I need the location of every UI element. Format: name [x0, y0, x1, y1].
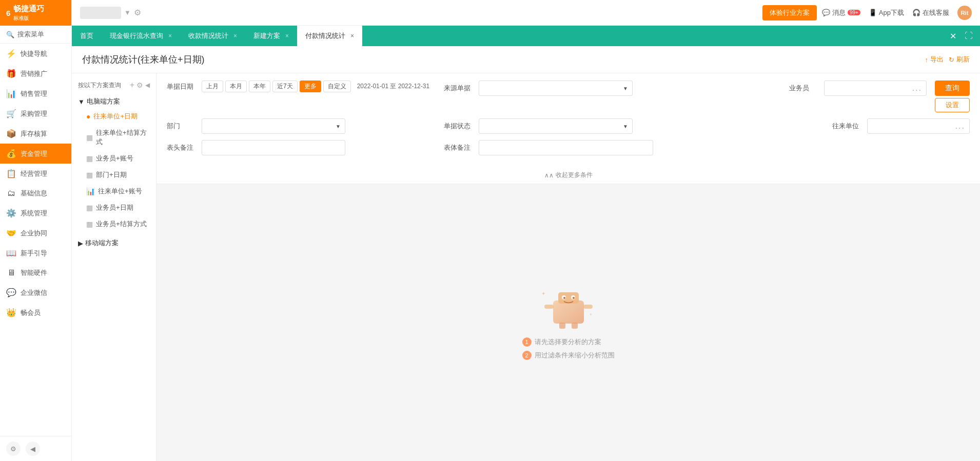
- svg-rect-7: [583, 305, 593, 309]
- tab-home[interactable]: 首页: [72, 26, 102, 46]
- date-btn-this-month[interactable]: 本月: [225, 81, 247, 92]
- tab-right-buttons: ✕ ⛶: [947, 30, 980, 42]
- scheme-item-unit-account[interactable]: 📊 往来单位+账号: [72, 183, 156, 199]
- date-btn-more[interactable]: 更多: [300, 81, 321, 92]
- scheme-label-unit-date: 往来单位+日期: [93, 112, 138, 121]
- scheme-item-unit-settle[interactable]: ▦ 往来单位+结算方式: [72, 125, 156, 150]
- dropdown-arrow[interactable]: ▼: [124, 9, 131, 16]
- sidebar-item-operations[interactable]: 📋 经营管理: [0, 164, 71, 184]
- scheme-item-unit-date[interactable]: ● 往来单位+日期: [72, 108, 156, 125]
- scheme-item-staff-account[interactable]: ▦ 业务员+账号: [72, 150, 156, 167]
- sidebar-collapse-btn[interactable]: ◀: [26, 442, 40, 456]
- salesperson-label: 业务员: [789, 84, 820, 93]
- sidebar-item-quick-nav[interactable]: ⚡ 快捷导航: [0, 44, 71, 64]
- scheme-label-staff-date: 业务员+日期: [96, 203, 133, 212]
- scheme-label-dept-date: 部门+日期: [96, 170, 127, 179]
- dept-select[interactable]: ▼: [202, 118, 345, 134]
- voucher-status-select[interactable]: ▼: [479, 118, 633, 134]
- partner-label: 往来单位: [832, 122, 863, 131]
- wechat-icon: 💬: [6, 288, 16, 297]
- sidebar-item-member[interactable]: 👑 畅会员: [0, 303, 71, 323]
- partner-select[interactable]: ...: [867, 118, 970, 134]
- sidebar-item-basic-info[interactable]: 🗂 基础信息: [0, 184, 71, 203]
- filter-settings-btn[interactable]: 设置: [935, 98, 970, 112]
- scheme-icon-staff-settle: ▦: [86, 220, 93, 228]
- avatar[interactable]: Rit: [957, 6, 972, 20]
- tab-bank-flow[interactable]: 现金银行流水查询 ×: [102, 26, 180, 46]
- tip-num-2: 2: [522, 351, 532, 360]
- online-service-btn[interactable]: 🎧 在线客服: [912, 8, 949, 17]
- sidebar-item-guide[interactable]: 📖 新手引导: [0, 243, 71, 263]
- sidebar-label-hardware: 智能硬件: [21, 268, 47, 277]
- date-btn-last-month[interactable]: 上月: [202, 81, 223, 92]
- pc-group: ▼ 电脑端方案: [72, 95, 156, 108]
- date-btn-last-7[interactable]: 近7天: [272, 81, 298, 92]
- query-btn[interactable]: 查询: [935, 81, 970, 96]
- scheme-settings-btn[interactable]: ⚙: [136, 81, 143, 89]
- sidebar-label-capital: 资金管理: [21, 149, 47, 158]
- filter-main: 单据日期 上月 本月 本年 近7天 更多 自定义 2022-01-01 至 20…: [156, 73, 980, 134]
- tab-close-all-btn[interactable]: ✕: [947, 30, 959, 42]
- main-area: ▼ ⚙ 体验行业方案 💬 消息 99+ 📱 App下载 🎧 在线客服 Rit: [72, 0, 980, 461]
- body-note-label: 表体备注: [444, 143, 475, 152]
- tab-new-plan-close[interactable]: ×: [285, 32, 289, 39]
- scheme-icon-unit-settle: ▦: [86, 133, 93, 142]
- try-industry-btn[interactable]: 体验行业方案: [762, 5, 817, 21]
- sidebar-item-wechat[interactable]: 💬 企业微信: [0, 283, 71, 303]
- sidebar-label-enterprise: 企业协同: [21, 229, 47, 238]
- purchase-icon: 🛒: [6, 109, 16, 118]
- empty-illustration: ✦ ✦: [540, 285, 597, 331]
- page-header-actions: ↑ 导出 ↻ 刷新: [925, 55, 970, 64]
- mobile-group: ▶ 移动端方案: [72, 236, 156, 250]
- logo-text: 畅捷通巧: [13, 4, 44, 14]
- scheme-item-dept-date[interactable]: ▦ 部门+日期: [72, 167, 156, 183]
- sidebar-item-marketing[interactable]: 🎁 营销推广: [0, 64, 71, 84]
- tab-receivable[interactable]: 收款情况统计 ×: [180, 26, 245, 46]
- svg-rect-9: [572, 323, 578, 329]
- settings-gear-icon[interactable]: ⚙: [134, 8, 141, 17]
- tab-fullscreen-btn[interactable]: ⛶: [962, 30, 976, 42]
- collapse-bar[interactable]: ∧∧ 收起更多条件: [156, 167, 980, 184]
- scheme-item-staff-date[interactable]: ▦ 业务员+日期: [72, 199, 156, 216]
- voucher-status-label: 单据状态: [444, 122, 475, 131]
- tab-bank-flow-close[interactable]: ×: [168, 32, 172, 39]
- sidebar-settings-btn[interactable]: ⚙: [6, 442, 21, 456]
- tip-item-2: 2 用过滤条件来缩小分析范围: [522, 351, 615, 360]
- tab-payment-stat[interactable]: 付款情况统计 ×: [297, 26, 362, 46]
- message-btn[interactable]: 💬 消息 99+: [822, 8, 860, 17]
- sidebar-item-system[interactable]: ⚙️ 系统管理: [0, 203, 71, 223]
- tab-new-plan[interactable]: 新建方案 ×: [245, 26, 297, 46]
- app-download-btn[interactable]: 📱 App下载: [869, 8, 904, 17]
- source-select[interactable]: ▼: [479, 81, 633, 96]
- search-menu[interactable]: 🔍 搜索菜单: [0, 26, 71, 44]
- sidebar-item-inventory[interactable]: 📦 库存核算: [0, 124, 71, 144]
- date-btn-this-year[interactable]: 本年: [249, 81, 270, 92]
- scheme-item-staff-settle[interactable]: ▦ 业务员+结算方式: [72, 216, 156, 232]
- sidebar-item-hardware[interactable]: 🖥 智能硬件: [0, 263, 71, 283]
- mobile-group-label-row: ▶ 移动端方案: [72, 236, 156, 250]
- body-note-input[interactable]: [479, 140, 653, 155]
- app-download-label: App下载: [879, 8, 904, 17]
- member-icon: 👑: [6, 308, 16, 317]
- sidebar-item-capital[interactable]: 💰 资金管理: [0, 144, 71, 164]
- below-header: 首页 现金银行流水查询 × 收款情况统计 × 新建方案 × 付款情况统计 × ✕…: [72, 26, 980, 461]
- tab-receivable-close[interactable]: ×: [233, 32, 237, 39]
- sidebar-label-operations: 经营管理: [21, 169, 47, 178]
- export-btn[interactable]: ↑ 导出: [925, 55, 944, 64]
- collapse-label: 收起更多条件: [556, 171, 593, 179]
- scheme-add-btn[interactable]: +: [130, 81, 134, 90]
- header-note-input[interactable]: [202, 140, 345, 155]
- chevron-up-icon: ∧∧: [544, 172, 554, 179]
- sidebar-label-quick-nav: 快捷导航: [21, 49, 47, 58]
- date-btn-custom[interactable]: 自定义: [323, 81, 351, 92]
- service-icon: 🎧: [912, 9, 920, 16]
- salesperson-select[interactable]: ...: [824, 81, 927, 96]
- scheme-label-staff-settle: 业务员+结算方式: [96, 219, 147, 229]
- scheme-collapse-btn[interactable]: ◀: [145, 82, 150, 89]
- user-info: ▼ ⚙: [80, 7, 757, 19]
- sidebar-item-enterprise[interactable]: 🤝 企业协同: [0, 223, 71, 243]
- tab-payment-stat-close[interactable]: ×: [350, 32, 354, 39]
- sidebar-item-sales[interactable]: 📊 销售管理: [0, 84, 71, 104]
- sidebar-item-purchase[interactable]: 🛒 采购管理: [0, 104, 71, 124]
- refresh-btn[interactable]: ↻ 刷新: [949, 55, 970, 64]
